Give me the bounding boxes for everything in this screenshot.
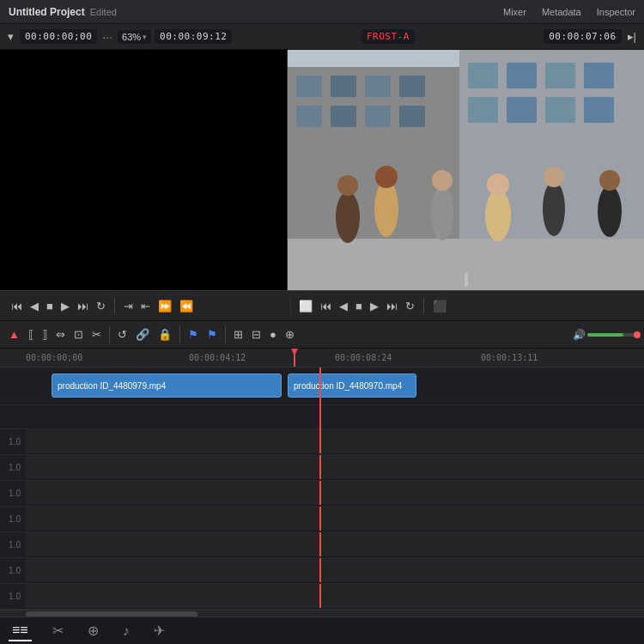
r-stop-btn[interactable]: ■	[353, 298, 365, 314]
r-extra-btn[interactable]: ⬛	[430, 298, 449, 314]
audio-label-4: 1.0	[0, 514, 26, 524]
go-to-end-btn[interactable]: ⏭	[75, 298, 91, 314]
trim-a-btn[interactable]: ⟦	[25, 325, 37, 343]
audio-label-2: 1.0	[0, 463, 26, 472]
playhead-audio-3	[319, 481, 321, 505]
select-tool-btn[interactable]: ▲	[5, 325, 23, 343]
view-btn[interactable]: ⬜	[296, 298, 315, 314]
volume-knob[interactable]	[634, 331, 641, 338]
grid-btn[interactable]: ⊞	[230, 325, 246, 343]
options-btn[interactable]: ▸|	[625, 28, 639, 45]
r-loop-btn[interactable]: ↻	[403, 298, 417, 314]
dynamic-trim-btn[interactable]: ⊡	[70, 325, 87, 343]
video-clip-1[interactable]: production ID_4480979.mp4	[52, 374, 282, 398]
go-to-start-btn[interactable]: ⏮	[9, 298, 25, 314]
trim-b-btn[interactable]: ⟧	[39, 325, 51, 343]
audio-track-3: 1.0	[0, 481, 644, 507]
source-options[interactable]: ···	[100, 30, 114, 44]
tab-fusion[interactable]: ⊕	[84, 621, 102, 641]
timecode-current[interactable]: 00:00:07:06	[544, 29, 621, 44]
r-go-start-btn[interactable]: ⏮	[318, 298, 334, 314]
tab-deliver[interactable]: ✈	[150, 621, 168, 641]
svg-point-30	[598, 185, 622, 237]
lock-btn[interactable]: 🔒	[155, 325, 175, 343]
tab-fusion-icon: ⊕	[88, 623, 99, 638]
bottom-bar: ≡≡ ✂ ⊕ ♪ ✈	[0, 617, 644, 644]
svg-rect-8	[331, 106, 356, 127]
playhead-audio-1	[319, 429, 321, 453]
ruler-tc-0: 00:00:00;00	[26, 353, 82, 362]
empty-track-content[interactable]	[26, 405, 644, 428]
color-label[interactable]: FROST-A	[361, 29, 415, 44]
playhead-empty	[319, 405, 321, 429]
clip-1-label: production ID_4480979.mp4	[58, 381, 166, 391]
controls-right: ⬜ ⏮ ◀ ■ ▶ ⏭ ↻ ⬛	[291, 298, 641, 314]
ctrl-divider	[114, 298, 115, 313]
svg-point-25	[432, 170, 453, 191]
prev-frame-btn[interactable]: ⏪	[177, 298, 196, 314]
razor-btn[interactable]: ✂	[88, 325, 105, 343]
svg-rect-7	[296, 106, 322, 127]
next-frame-btn[interactable]: ⏩	[155, 298, 174, 314]
stop-btn[interactable]: ■	[44, 298, 56, 314]
svg-rect-6	[399, 76, 425, 97]
r-play-btn[interactable]: ▶	[368, 298, 381, 314]
volume-fill	[587, 333, 623, 337]
tab-fairlight-icon: ♪	[123, 623, 130, 638]
playhead-audio-5	[319, 532, 321, 556]
tab-cut[interactable]: ✂	[49, 621, 67, 641]
tab-fairlight[interactable]: ♪	[119, 622, 133, 641]
audio-track-content-4[interactable]	[26, 507, 644, 532]
slide-btn[interactable]: ⇔	[52, 325, 69, 343]
r-go-end-btn[interactable]: ⏭	[384, 298, 400, 314]
audio-track-content-6[interactable]	[26, 558, 644, 583]
svg-rect-17	[545, 97, 575, 123]
program-monitor	[288, 50, 644, 290]
chevron-down-btn[interactable]: ▾	[5, 28, 16, 45]
audio-label-3: 1.0	[0, 489, 26, 498]
mixer-button[interactable]: Mixer	[503, 7, 526, 17]
in-point-btn[interactable]: ⇥	[121, 298, 136, 314]
r-step-back-btn[interactable]: ◀	[337, 298, 350, 314]
top-toolbar: ▾ 00:00:00;00 ··· 63% ▾ 00:00:09:12 FROS…	[0, 24, 644, 50]
minus-btn[interactable]: ⊟	[248, 325, 264, 343]
audio-track-content-5[interactable]	[26, 532, 644, 557]
step-back-btn[interactable]: ◀	[27, 298, 41, 314]
video-track-content[interactable]: production ID_4480979.mp4 production ID_…	[26, 368, 644, 404]
link-btn[interactable]: 🔗	[132, 325, 153, 343]
audio-track-4: 1.0	[0, 507, 644, 532]
audio-track-content-2[interactable]	[26, 455, 644, 480]
tab-media[interactable]: ≡≡	[9, 621, 32, 641]
flag2-btn[interactable]: ⚑	[204, 325, 221, 343]
tab-media-icon: ≡≡	[12, 623, 28, 637]
audio-track-content-7[interactable]	[26, 584, 644, 609]
dot-btn[interactable]: ●	[266, 325, 280, 343]
audio-track-content-1[interactable]	[26, 429, 644, 454]
flag-btn[interactable]: ⚑	[185, 325, 202, 343]
controls-row: ⏮ ◀ ■ ▶ ⏭ ↻ ⇥ ⇤ ⏩ ⏪ ⬜ ⏮ ◀ ■ ▶ ⏭ ↻ ⬛	[0, 290, 644, 321]
svg-rect-11	[468, 63, 498, 88]
tool-sep-2	[179, 326, 180, 343]
volume-bar[interactable]: 🔊	[573, 329, 639, 341]
title-right: Mixer Metadata Inspector	[503, 7, 635, 17]
svg-rect-9	[365, 106, 391, 127]
plus-btn[interactable]: ⊕	[282, 325, 298, 343]
tool-sep-1	[109, 326, 110, 343]
timecode-duration[interactable]: 00:00:09:12	[155, 29, 232, 44]
metadata-button[interactable]: Metadata	[542, 7, 581, 17]
video-clip-2[interactable]: production ID_4480970.mp4	[288, 374, 416, 398]
source-monitor	[0, 50, 288, 290]
svg-rect-15	[468, 97, 498, 123]
svg-point-27	[487, 173, 509, 196]
ruler-playhead	[294, 349, 295, 368]
zoom-display[interactable]: 63% ▾	[118, 30, 151, 44]
play-btn[interactable]: ▶	[58, 298, 72, 314]
loop-btn[interactable]: ↻	[94, 298, 108, 314]
audio-track-content-3[interactable]	[26, 481, 644, 506]
undo-btn[interactable]: ↺	[114, 325, 131, 343]
out-point-btn[interactable]: ⇤	[138, 298, 153, 314]
inspector-button[interactable]: Inspector	[597, 7, 635, 17]
volume-track[interactable]	[587, 333, 639, 337]
timecode-source[interactable]: 00:00:00;00	[20, 29, 97, 44]
timeline-ruler: 00:00:00;00 00:00:04:12 00:00:08:24 00:0…	[0, 349, 644, 368]
